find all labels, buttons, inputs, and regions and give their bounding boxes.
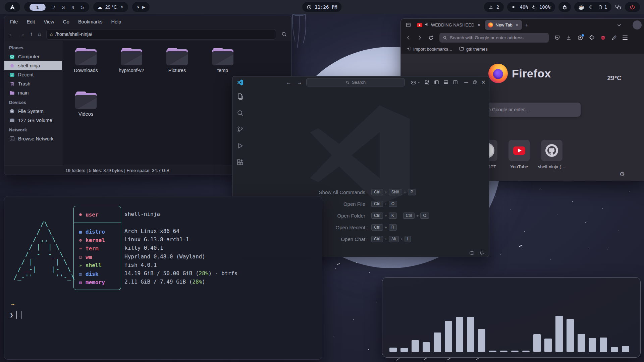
extensions-icon[interactable] [589, 35, 595, 41]
folder-temp[interactable]: temp [203, 48, 243, 73]
customize-layout-icon[interactable] [425, 80, 430, 85]
menu-bookmarks[interactable]: Bookmarks [78, 19, 103, 24]
sidebar-item-main[interactable]: main [4, 88, 62, 97]
sidebar-item-computer[interactable]: Computer [4, 52, 62, 61]
copilot-status-icon[interactable] [469, 251, 475, 255]
key-ctrl[interactable]: Ctrl [371, 236, 383, 242]
pocket-icon[interactable] [554, 35, 560, 41]
ublock-icon[interactable] [600, 35, 606, 41]
key-alt[interactable]: Alt [389, 236, 399, 242]
weather-widget[interactable]: ☁ 29 °C ☀ [93, 2, 128, 12]
reload-icon[interactable] [428, 35, 434, 41]
minimize-button[interactable]: ─ [464, 79, 468, 85]
menu-view[interactable]: View [44, 19, 54, 24]
account-button[interactable] [577, 35, 583, 41]
launcher-button[interactable] [5, 2, 20, 12]
sidebar-item-file-system[interactable]: File System [4, 107, 62, 116]
search-icon[interactable] [236, 109, 244, 117]
layers-button[interactable] [558, 2, 571, 12]
toggle-panel-icon[interactable] [443, 80, 448, 85]
back-icon[interactable] [406, 35, 411, 41]
back-button[interactable]: ← [286, 79, 291, 85]
updates-widget[interactable]: 2 [484, 2, 503, 12]
notifications-bell-icon[interactable] [479, 250, 484, 255]
sidebar-item-shell-ninja[interactable]: shell-ninja [4, 61, 62, 70]
key-shift[interactable]: Shift [389, 189, 402, 195]
toggle-sidebar-left-icon[interactable] [434, 80, 439, 85]
menu-button[interactable] [623, 36, 628, 40]
caffeine-icon[interactable]: ☕ [579, 4, 584, 10]
toggle-sidebar-right-icon[interactable] [453, 80, 458, 85]
restore-button[interactable] [473, 80, 477, 84]
forward-button[interactable]: → [19, 31, 25, 38]
tab-new-tab[interactable]: New Tab✕ [485, 20, 522, 30]
tab-wedding-nasheed[interactable]: WEDDING NASHEED✕ [414, 20, 484, 30]
key-i[interactable]: I [405, 236, 411, 242]
home-button[interactable]: ⌂ [38, 31, 41, 38]
downloads-icon[interactable] [566, 35, 572, 41]
source-control-icon[interactable] [236, 126, 244, 133]
workspace-button-4[interactable]: 4 [71, 4, 74, 10]
back-button[interactable]: ← [8, 31, 14, 38]
folder-videos[interactable]: Videos [66, 92, 106, 117]
key-ctrl[interactable]: Ctrl [371, 213, 383, 219]
folder-pictures[interactable]: Pictures [157, 48, 197, 73]
menu-go[interactable]: Go [63, 19, 69, 24]
media-widget[interactable]: ◑ ▶ [132, 2, 150, 12]
key-ctrl[interactable]: Ctrl [371, 189, 383, 195]
tab-audio-icon[interactable] [425, 22, 429, 27]
key-ctrl[interactable]: Ctrl [371, 201, 383, 207]
menu-file[interactable]: File [10, 19, 18, 24]
tab-close-icon[interactable]: ✕ [477, 23, 481, 27]
close-button[interactable]: ✕ [481, 79, 486, 85]
tab-library-icon[interactable] [406, 22, 411, 28]
power-button[interactable] [625, 2, 640, 12]
key-r[interactable]: R [389, 224, 397, 231]
key-o[interactable]: O [389, 201, 397, 207]
list-tabs-chevron-icon[interactable] [617, 23, 622, 27]
sidebar-item-recent[interactable]: Recent [4, 70, 62, 79]
sidebar-item-trash[interactable]: Trash [4, 79, 62, 88]
edit-pen-icon[interactable] [611, 35, 617, 41]
new-tab-button[interactable]: + [525, 22, 529, 28]
run-debug-icon[interactable] [236, 142, 244, 149]
folder-hyprconf-v2[interactable]: hyprconf-v2 [111, 48, 152, 73]
menu-help[interactable]: Help [111, 19, 121, 24]
sidebar-item-browse-network[interactable]: Browse Network [4, 134, 62, 143]
newtab-settings-gear-icon[interactable]: ⚙ [620, 170, 625, 178]
command-center-search[interactable]: Search [306, 78, 405, 86]
shell-prompt[interactable]: ❯ [10, 311, 21, 319]
key-o[interactable]: O [420, 213, 429, 219]
night-light-icon[interactable]: ☾ [589, 4, 593, 10]
workspace-button-5[interactable]: 5 [81, 4, 84, 10]
extensions-icon[interactable] [236, 159, 244, 166]
screencast-icon[interactable] [615, 4, 622, 10]
key-p[interactable]: P [408, 189, 416, 195]
clipboard-widget[interactable]: 1 [598, 4, 607, 10]
shortcut-tile-shell-ninja[interactable]: shell-ninja (… [537, 140, 566, 169]
sidebar-item-127-gb-volume[interactable]: 127 GB Volume [4, 116, 62, 125]
bookmark-import-bookmarks[interactable]: Import bookmarks… [406, 46, 452, 52]
newtab-weather[interactable]: 29°C [607, 74, 622, 82]
explorer-icon[interactable] [236, 93, 244, 100]
workspace-button-3[interactable]: 3 [62, 4, 65, 10]
shortcut-tile-youtube[interactable]: YouTube [505, 140, 534, 169]
forward-button[interactable]: → [297, 79, 302, 85]
workspace-button-2[interactable]: 2 [52, 4, 55, 10]
tab-close-icon[interactable]: ✕ [516, 23, 519, 27]
key-ctrl[interactable]: Ctrl [371, 224, 383, 231]
forward-icon[interactable] [417, 35, 423, 41]
menu-edit[interactable]: Edit [26, 19, 35, 24]
audio-widget[interactable]: 40% 100% [507, 2, 555, 12]
copilot-button[interactable] [411, 80, 420, 85]
search-icon[interactable] [281, 31, 287, 37]
folder-downloads[interactable]: Downloads [66, 48, 106, 73]
up-button[interactable]: ↑ [30, 31, 33, 38]
account-avatar[interactable] [633, 20, 642, 29]
path-bar[interactable]: ⌂ /home/shell-ninja/ [46, 29, 276, 40]
workspace-button-1[interactable]: 1 [30, 4, 46, 11]
url-bar[interactable]: Search with Google or enter address [439, 33, 549, 43]
key-k[interactable]: K [389, 213, 397, 219]
clock-widget[interactable]: 11:26 PM [302, 2, 341, 12]
bookmark-gtk-themes[interactable]: gtk themes [459, 47, 488, 52]
